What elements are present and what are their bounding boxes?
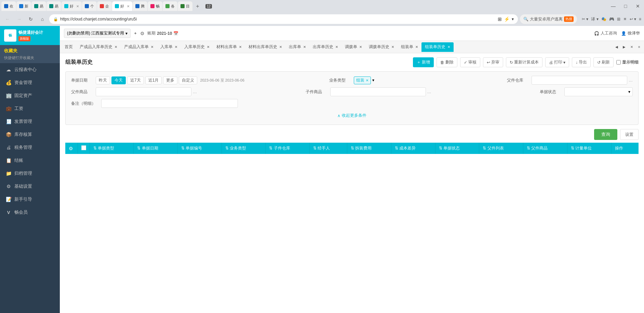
page-tab-out-bill-history[interactable]: 出库单历史 ✕ xyxy=(309,42,341,52)
settings-filter-button[interactable]: 设置 xyxy=(620,129,639,140)
win-close[interactable]: ✕ xyxy=(633,1,643,11)
refresh-button[interactable]: ↻ xyxy=(26,14,36,24)
parent-goods-input[interactable] xyxy=(96,87,191,96)
bill-status-dropdown[interactable]: ▾ xyxy=(564,87,633,96)
remark-input[interactable] xyxy=(101,99,238,108)
company-select[interactable]: (勿删勿禁用) 江西服宝测试专用 ▾ xyxy=(64,29,131,38)
sort-icon[interactable]: ⇅ xyxy=(93,146,97,151)
sub-goods-input[interactable] xyxy=(330,87,426,96)
browser-tab-9[interactable]: 腾 xyxy=(133,1,147,11)
date-yesterday-btn[interactable]: 昨天 xyxy=(96,76,110,84)
topbar-settings-icon[interactable]: ⚙ xyxy=(140,31,145,36)
abandon-button[interactable]: ↩ 弃审 xyxy=(483,57,503,67)
sidebar-item-checkout[interactable]: 📋 结账 xyxy=(0,154,60,167)
page-tab-close-material-out[interactable]: ✕ xyxy=(239,45,242,49)
sort-icon[interactable]: ⇅ xyxy=(269,146,272,151)
biz-type-dropdown-icon[interactable]: ▾ xyxy=(372,78,374,83)
sidebar-item-inventory[interactable]: 📦 库存核算 xyxy=(0,128,60,141)
page-tab-out-bill[interactable]: 出库单 ✕ xyxy=(285,42,309,52)
sidebar-item-guide[interactable]: 📝 新手引导 xyxy=(0,193,60,206)
sort-icon[interactable]: ⇅ xyxy=(395,146,398,151)
date-custom-btn[interactable]: 自定义 xyxy=(179,76,197,84)
browser-tab-2[interactable]: 新 xyxy=(16,1,31,11)
sidebar-favorites[interactable]: 收藏夹 快捷键打开收藏夹 xyxy=(0,45,60,63)
page-tab-home[interactable]: 首页 xyxy=(61,42,76,52)
grid-tool[interactable]: ⊞ xyxy=(617,17,620,22)
tab-scroll-right[interactable]: ▶ xyxy=(621,44,628,51)
collapse-bar[interactable]: ∧ 收起更多条件 xyxy=(71,111,633,120)
forward-button[interactable]: → xyxy=(14,14,24,24)
date-1month-btn[interactable]: 近1月 xyxy=(145,76,162,84)
chevron-down-icon[interactable]: ▾ xyxy=(512,17,514,22)
page-tab-transfer-history[interactable]: 调拨单历史 ✕ xyxy=(365,42,398,52)
sidebar-item-invoice[interactable]: 🧾 发票管理 xyxy=(0,115,60,128)
tab-more[interactable]: ≡ xyxy=(636,44,643,51)
sort-icon[interactable]: ⇅ xyxy=(137,146,140,151)
page-tab-close-produce-in[interactable]: ✕ xyxy=(151,45,153,49)
back-button[interactable]: ← xyxy=(3,14,12,24)
menu-tool[interactable]: ≡ xyxy=(639,17,641,22)
browser-tab-3[interactable]: 易 xyxy=(31,1,46,11)
win-maximize[interactable]: □ xyxy=(621,1,630,11)
browser-tab-10[interactable]: 畅 xyxy=(148,1,162,11)
sidebar-item-settings[interactable]: ⚙ 基础设置 xyxy=(0,180,60,193)
sidebar-item-finance[interactable]: 💰 资金管理 xyxy=(0,76,60,89)
page-tab-material-out[interactable]: 材料出库单 ✕ xyxy=(213,42,245,52)
print-button[interactable]: 🖨 打印 ▾ xyxy=(545,57,569,67)
biz-type-tag-close[interactable]: ✕ xyxy=(366,79,368,82)
page-tab-close-assemble[interactable]: ✕ xyxy=(415,45,418,49)
sidebar-item-report[interactable]: ☁ 云报表中心 xyxy=(0,63,60,76)
sort-icon[interactable]: ⇅ xyxy=(439,146,442,151)
sort-icon[interactable]: ⇅ xyxy=(225,146,229,151)
page-tab-in-bill[interactable]: 入库单 ✕ xyxy=(157,42,181,52)
page-tab-close-out-bill-history[interactable]: ✕ xyxy=(335,45,338,49)
page-tab-close-assemble-history[interactable]: ✕ xyxy=(447,45,450,49)
search-box[interactable]: 🔍 大量安卓用户逃离 热搜 xyxy=(520,14,577,24)
sidebar-item-archive[interactable]: 📁 归档管理 xyxy=(0,167,60,180)
translate-tool[interactable]: 译 ▾ xyxy=(591,16,598,22)
page-tab-assemble[interactable]: 组装单 ✕ xyxy=(398,42,421,52)
home-button[interactable]: ⌂ xyxy=(38,14,47,24)
page-tab-close-out-bill[interactable]: ✕ xyxy=(303,45,306,49)
sidebar-item-tax[interactable]: 🖨 税务管理 xyxy=(0,141,60,154)
refresh-page-button[interactable]: ↺ 刷新 xyxy=(593,57,614,67)
browser-tab-7[interactable]: 企 xyxy=(97,1,112,11)
date-7days-btn[interactable]: 近7天 xyxy=(127,76,144,84)
date-more-btn[interactable]: 更多 xyxy=(163,76,177,84)
tab-close-5[interactable]: ✕ xyxy=(76,4,79,8)
tab-scroll-left[interactable]: ◀ xyxy=(613,44,620,51)
tab-close-current[interactable]: ✕ xyxy=(628,44,635,51)
browser-tab-8[interactable]: 好 ✕ xyxy=(112,1,132,11)
table-col-settings[interactable]: ⚙ xyxy=(65,143,78,154)
parent-warehouse-more-icon[interactable]: … xyxy=(629,78,633,83)
page-tab-close-transfer[interactable]: ✕ xyxy=(359,45,362,49)
add-button[interactable]: ＋ 新增 xyxy=(413,57,434,67)
sort-icon[interactable]: ⇅ xyxy=(527,146,530,151)
undo-tool[interactable]: ↩ ▾ xyxy=(630,17,636,22)
service-button[interactable]: 🎧 人工咨询 xyxy=(594,30,617,36)
sun-tool[interactable]: ☀ xyxy=(623,17,627,22)
delete-button[interactable]: 🗑 删除 xyxy=(437,57,457,67)
add-company-btn[interactable]: ＋ xyxy=(133,30,137,36)
sort-icon[interactable]: ⇅ xyxy=(313,146,317,151)
sort-icon[interactable]: ⇅ xyxy=(571,146,574,151)
sort-icon[interactable]: ⇅ xyxy=(181,146,185,151)
sub-goods-more-icon[interactable]: … xyxy=(427,89,431,94)
query-button[interactable]: 查询 xyxy=(594,129,617,140)
recalc-button[interactable]: ↻ 重新计算成本 xyxy=(506,57,542,67)
page-tab-close-in-bill[interactable]: ✕ xyxy=(175,45,177,49)
tab-close-8[interactable]: ✕ xyxy=(127,4,130,8)
sort-icon[interactable]: ⇅ xyxy=(483,146,486,151)
show-detail-label[interactable]: 显示明细 xyxy=(616,59,639,65)
page-tab-close-transfer-history[interactable]: ✕ xyxy=(391,45,394,49)
page-tab-material-out-history[interactable]: 材料出库单历史 ✕ xyxy=(245,42,285,52)
calendar-icon[interactable]: 📅 xyxy=(173,31,178,36)
page-tab-produce-in-history[interactable]: 产成品入库单历史 ✕ xyxy=(76,42,121,52)
date-today-btn[interactable]: 今天 xyxy=(111,76,126,84)
game-tool[interactable]: 🎮 xyxy=(609,17,614,22)
browser-tab-5[interactable]: 好 ✕ xyxy=(62,1,82,11)
page-tab-in-bill-history[interactable]: 入库单历史 ✕ xyxy=(181,42,213,52)
show-detail-checkbox[interactable] xyxy=(616,60,621,65)
emoji-tool[interactable]: 🎭 xyxy=(601,17,606,22)
page-tab-transfer[interactable]: 调拨单 ✕ xyxy=(341,42,365,52)
